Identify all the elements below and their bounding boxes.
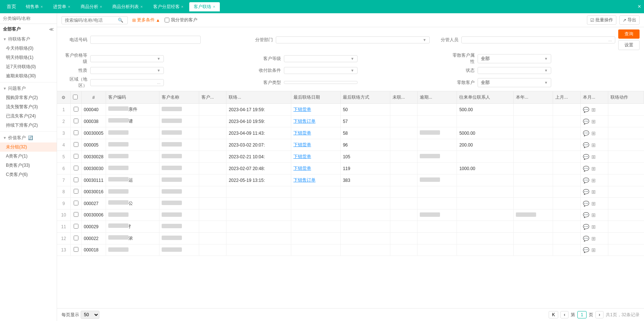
close-icon[interactable]: × (68, 4, 70, 9)
close-icon[interactable]: × (181, 4, 183, 9)
last-type-link[interactable]: 下销货单 (293, 154, 311, 159)
person-select[interactable]: … (461, 36, 615, 43)
batch-op-button[interactable]: ☑ 批量操作 (587, 15, 616, 25)
close-all-tabs-button[interactable]: × (638, 3, 641, 10)
payment-select[interactable]: ▼ (284, 67, 358, 74)
chat-icon[interactable]: 💬 (583, 201, 589, 207)
sidebar-item-tomorrow-pending[interactable]: 明天待联络(1) (0, 53, 57, 62)
grid-icon[interactable]: ⊞ (591, 212, 596, 218)
problem-group-header[interactable]: ▼ 问题客户 (0, 84, 57, 93)
sidebar-item-ungroup[interactable]: 未分组(32) (0, 142, 57, 152)
sidebar-search-input[interactable] (3, 16, 57, 21)
row-select-checkbox[interactable] (74, 154, 78, 159)
search-button[interactable]: 查询 (618, 29, 640, 39)
more-filters-button[interactable]: ⊞ 更多条件 ▲ (132, 17, 160, 23)
settings-column-header[interactable]: ⚙ (57, 91, 70, 104)
next-page-button[interactable]: › (595, 311, 603, 318)
last-type-link[interactable]: 下销货单 (293, 107, 311, 112)
pending-group-header[interactable]: ▼ 待联络客户 (0, 35, 57, 44)
sidebar-item-churn-warning[interactable]: 流失预警客户(3) (0, 102, 57, 112)
grid-icon[interactable]: ⊞ (591, 142, 596, 148)
nav-tab-product-analysis[interactable]: 商品分析 × (76, 2, 106, 11)
row-select-checkbox[interactable] (74, 107, 78, 112)
nav-tab-customer-contact[interactable]: 客户联络 × (189, 2, 219, 11)
sidebar-item-class-a[interactable]: A类客户(1) (0, 152, 57, 161)
customer-grade-select[interactable]: ▼ (284, 55, 358, 62)
nav-tab-product-list[interactable]: 商品分析列表 × (108, 2, 147, 11)
grid-icon[interactable]: ⊞ (591, 107, 596, 113)
dept-select[interactable]: ▼ (276, 36, 430, 43)
grid-icon[interactable]: ⊞ (591, 177, 596, 183)
sidebar-item-7days-pending[interactable]: 近7天待联络(0) (0, 62, 57, 71)
region-select[interactable]: … (90, 79, 164, 86)
nav-tab-purchase[interactable]: 进货单 × (49, 2, 74, 11)
chat-icon[interactable]: 💬 (583, 154, 589, 160)
chat-icon[interactable]: 💬 (583, 224, 589, 230)
my-customers-checkbox[interactable]: 我分管的客户 (165, 17, 197, 23)
last-type-link[interactable]: 下销货单 (293, 142, 311, 147)
chat-icon[interactable]: 💬 (583, 177, 589, 183)
chat-icon[interactable]: 💬 (583, 189, 589, 195)
customer-type-select[interactable] (284, 81, 358, 84)
chat-icon[interactable]: 💬 (583, 247, 589, 253)
sidebar-item-hoard-abnormal[interactable]: 囤购异常客户(2) (0, 93, 57, 102)
all-customers-header[interactable]: 全部客户 ≪ (0, 24, 57, 35)
row-select-checkbox[interactable] (74, 166, 78, 170)
sidebar-item-churned[interactable]: 已流失客户(24) (0, 112, 57, 121)
chat-icon[interactable]: 💬 (583, 212, 589, 218)
phone-input[interactable] (90, 36, 201, 44)
chat-icon[interactable]: 💬 (583, 107, 589, 113)
last-type-link[interactable]: 下销售订单 (293, 119, 316, 124)
gender-select[interactable]: ▼ (90, 67, 164, 74)
page-size-select[interactable]: 50 20 100 (81, 311, 99, 319)
chat-icon[interactable]: 💬 (583, 142, 589, 148)
value-group-header[interactable]: ▼ 价值客户 🔄 (0, 133, 57, 142)
last-type-link[interactable]: 下销货单 (293, 130, 311, 135)
last-type-link[interactable]: 下销售订单 (293, 177, 316, 183)
nav-tab-customer-layer[interactable]: 客户分层经客 × (149, 2, 188, 11)
close-icon[interactable]: × (41, 4, 43, 9)
grid-icon[interactable]: ⊞ (591, 130, 596, 136)
row-select-checkbox[interactable] (74, 201, 78, 205)
main-search-input[interactable] (65, 18, 116, 23)
row-select-checkbox[interactable] (74, 189, 78, 194)
sidebar-item-class-b[interactable]: B类客户(33) (0, 161, 57, 170)
row-select-checkbox[interactable] (74, 212, 78, 217)
row-select-checkbox[interactable] (74, 247, 78, 252)
chat-icon[interactable]: 💬 (583, 130, 589, 136)
close-icon[interactable]: × (100, 4, 102, 9)
sidebar-item-class-c[interactable]: C类客户(6) (0, 170, 57, 179)
row-select-checkbox[interactable] (74, 224, 78, 229)
reset-button[interactable]: 设置 (618, 40, 640, 50)
status-select[interactable]: ▼ (478, 67, 551, 74)
retail-customer-select[interactable]: 全部 ▼ (478, 78, 551, 87)
row-select-checkbox[interactable] (74, 142, 78, 147)
row-select-checkbox[interactable] (74, 130, 78, 135)
grid-icon[interactable]: ⊞ (591, 166, 596, 172)
retail-attr-select[interactable]: 全部 ▼ (478, 54, 551, 63)
row-select-checkbox[interactable] (74, 236, 78, 240)
sidebar-item-declining[interactable]: 持续下滑客户(2) (0, 121, 57, 130)
close-icon[interactable]: × (213, 4, 215, 9)
sidebar-item-overdue-pending[interactable]: 逾期未联络(30) (0, 71, 57, 81)
price-grade-select[interactable]: ▼ (90, 55, 164, 62)
first-page-button[interactable]: K (549, 311, 558, 318)
chat-icon[interactable]: 💬 (583, 236, 589, 241)
prev-page-button[interactable]: ‹ (560, 311, 569, 318)
select-all-checkbox[interactable] (73, 95, 78, 99)
grid-icon[interactable]: ⊞ (591, 247, 596, 253)
close-icon[interactable]: × (140, 4, 142, 9)
grid-icon[interactable]: ⊞ (591, 224, 596, 230)
sidebar-item-today-pending[interactable]: 今天待联络(0) (0, 44, 57, 53)
nav-tab-sales[interactable]: 销售单 × (21, 2, 47, 11)
search-icon[interactable]: 🔍 (118, 18, 123, 23)
row-select-checkbox[interactable] (74, 119, 78, 123)
grid-icon[interactable]: ⊞ (591, 119, 596, 124)
row-select-checkbox[interactable] (74, 177, 78, 182)
export-button[interactable]: ↗ 导出 (619, 15, 640, 25)
last-type-link[interactable]: 下销货单 (293, 166, 311, 171)
grid-icon[interactable]: ⊞ (591, 189, 596, 195)
grid-icon[interactable]: ⊞ (591, 201, 596, 207)
nav-home[interactable]: 首页 (3, 2, 20, 11)
my-customers-check[interactable] (165, 18, 169, 22)
